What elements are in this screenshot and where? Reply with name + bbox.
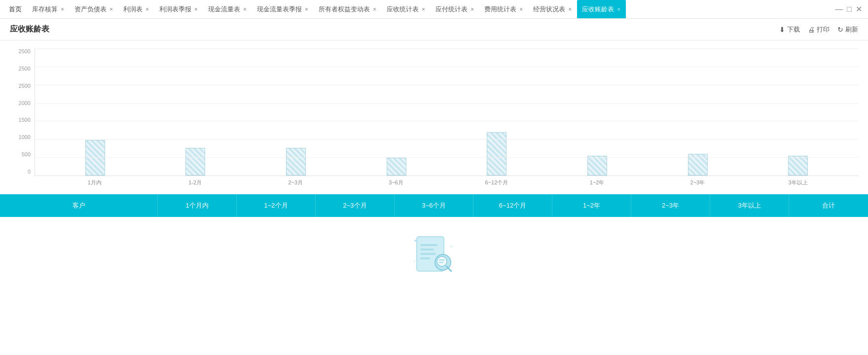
tab-bar-actions: — □ ✕ <box>835 4 864 14</box>
grid-line <box>35 157 858 158</box>
tab-ar-stats[interactable]: 应收统计表× <box>382 0 431 19</box>
table-header-cell: 客户 <box>0 194 158 217</box>
print-icon: 🖨 <box>808 26 815 34</box>
y-axis-label: 2000 <box>19 100 31 106</box>
y-axis: 2500250025002000150010005000 <box>10 48 35 175</box>
chart-bar[interactable] <box>487 132 506 176</box>
y-axis-label: 1500 <box>19 117 31 123</box>
refresh-icon: ↻ <box>837 26 843 34</box>
tab-expense-stats[interactable]: 费用统计表× <box>479 0 528 19</box>
tab-profit-quarterly[interactable]: 利润表季报× <box>154 0 203 19</box>
grid-line <box>35 139 858 140</box>
x-axis-label: 2~3年 <box>685 179 710 186</box>
table-body <box>0 217 868 291</box>
minimize-button[interactable]: — <box>835 5 843 14</box>
page-title: 应收账龄表 <box>10 24 49 35</box>
svg-point-12 <box>414 261 415 262</box>
svg-point-11 <box>451 246 452 248</box>
y-axis-label: 2500 <box>19 48 31 54</box>
tab-close-cashflow[interactable]: × <box>243 6 247 13</box>
table-section: 客户1个月内1~2个月2~3个月3~6个月6~12个月1~2年2~3年3年以上合… <box>0 194 868 291</box>
y-axis-label: 1000 <box>19 134 31 140</box>
grid-line <box>35 48 858 49</box>
close-window-button[interactable]: ✕ <box>856 4 862 14</box>
tab-cashflow-quarterly[interactable]: 现金流量表季报× <box>252 0 314 19</box>
chart-bar[interactable] <box>587 156 607 176</box>
svg-rect-2 <box>420 248 434 250</box>
table-header-cell: 6~12个月 <box>473 194 552 217</box>
empty-state <box>395 217 473 291</box>
table-header-cell: 1~2个月 <box>237 194 316 217</box>
tab-ap-stats[interactable]: 应付统计表× <box>431 0 479 19</box>
grid-line <box>35 85 858 85</box>
svg-rect-1 <box>420 244 437 246</box>
table-header-cell: 3年以上 <box>710 194 789 217</box>
main-content: 2500250025002000150010005000 1月内1-2月2~3月… <box>0 40 868 355</box>
table-header: 客户1个月内1~2个月2~3个月3~6个月6~12个月1~2年2~3年3年以上合… <box>0 194 868 217</box>
x-axis-label: 1~2年 <box>585 179 610 186</box>
tab-close-inventory[interactable]: × <box>61 6 64 13</box>
tab-home[interactable]: 首页 <box>4 0 27 19</box>
tab-close-ap-stats[interactable]: × <box>470 6 474 13</box>
table-header-cell: 1~2年 <box>552 194 631 217</box>
x-axis-label: 3~6月 <box>384 179 408 186</box>
tab-close-operations[interactable]: × <box>568 6 572 13</box>
grid-line <box>35 103 858 104</box>
x-axis-label: 1月内 <box>82 179 107 186</box>
empty-illustration <box>409 232 459 271</box>
download-button[interactable]: ⬇ 下载 <box>779 25 800 34</box>
tab-close-expense-stats[interactable]: × <box>519 6 523 13</box>
tab-operations[interactable]: 经营状况表× <box>528 0 577 19</box>
bar-group <box>487 132 506 176</box>
tab-inventory[interactable]: 库存核算× <box>27 0 70 19</box>
bars-area <box>35 48 858 176</box>
maximize-button[interactable]: □ <box>847 5 852 14</box>
bar-group <box>387 158 406 176</box>
chart-container: 2500250025002000150010005000 1月内1-2月2~3月… <box>10 48 858 186</box>
grid-line <box>35 121 858 121</box>
table-header-cell: 3~6个月 <box>395 194 473 217</box>
grid-line <box>35 67 858 67</box>
bar-group <box>788 156 808 176</box>
tab-close-equity[interactable]: × <box>373 6 376 13</box>
table-header-cell: 合计 <box>789 194 868 217</box>
chart-bar[interactable] <box>185 148 205 176</box>
chart-plot: 1月内1-2月2~3月3~6月6~12个月1~2年2~3年3年以上 <box>35 48 858 186</box>
tab-close-ar-stats[interactable]: × <box>422 6 425 13</box>
y-axis-label: 0 <box>28 169 31 175</box>
tab-close-balance-sheet[interactable]: × <box>109 6 113 13</box>
tab-equity[interactable]: 所有者权益变动表× <box>314 0 382 19</box>
svg-point-10 <box>414 240 416 242</box>
page-header: 应收账龄表 ⬇ 下载 🖨 打印 ↻ 刷新 <box>0 19 868 40</box>
chart-bar[interactable] <box>387 158 406 176</box>
bar-group <box>587 156 607 176</box>
tab-close-profit[interactable]: × <box>145 6 149 13</box>
tab-scroll-area: 首页库存核算×资产负债表×利润表×利润表季报×现金流量表×现金流量表季报×所有者… <box>4 0 835 19</box>
refresh-button[interactable]: ↻ 刷新 <box>837 25 858 34</box>
chart-bar[interactable] <box>286 148 306 176</box>
tab-close-profit-quarterly[interactable]: × <box>194 6 198 13</box>
tab-close-ar-aging[interactable]: × <box>617 6 620 13</box>
tab-close-cashflow-quarterly[interactable]: × <box>305 6 308 13</box>
y-axis-label: 2500 <box>19 83 31 89</box>
chart-bar[interactable] <box>788 156 808 176</box>
svg-rect-9 <box>439 262 443 263</box>
print-button[interactable]: 🖨 打印 <box>808 25 830 34</box>
tab-cashflow[interactable]: 现金流量表× <box>203 0 252 19</box>
tab-ar-aging[interactable]: 应收账龄表× <box>577 0 626 19</box>
tab-balance-sheet[interactable]: 资产负债表× <box>70 0 118 19</box>
x-axis-label: 1-2月 <box>183 179 208 186</box>
chart-section: 2500250025002000150010005000 1月内1-2月2~3月… <box>0 40 868 194</box>
download-icon: ⬇ <box>779 26 785 34</box>
chart-inner: 2500250025002000150010005000 1月内1-2月2~3月… <box>10 48 858 186</box>
svg-point-6 <box>437 256 447 266</box>
x-axis-label: 6~12个月 <box>484 179 509 186</box>
x-axis-label: 2~3月 <box>283 179 308 186</box>
svg-rect-8 <box>439 259 445 261</box>
bar-group <box>286 148 306 176</box>
x-axis: 1月内1-2月2~3月3~6月6~12个月1~2年2~3年3年以上 <box>35 176 858 186</box>
table-header-cell: 1个月内 <box>158 194 237 217</box>
tab-profit[interactable]: 利润表× <box>118 0 154 19</box>
table-header-cell: 2~3个月 <box>316 194 395 217</box>
bar-group <box>185 148 205 176</box>
